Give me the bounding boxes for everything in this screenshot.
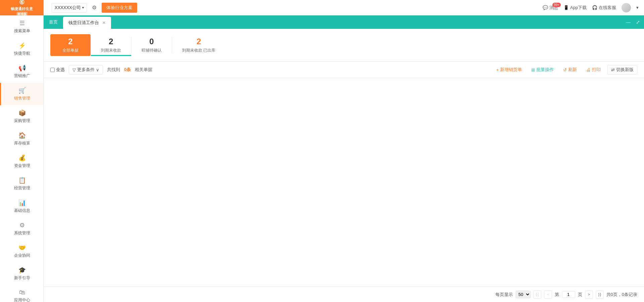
add-order-button[interactable]: + 新增销货单 bbox=[493, 65, 525, 74]
page-label: 第 bbox=[555, 292, 559, 298]
enterprise-icon: 🤝 bbox=[18, 244, 26, 251]
print-label: 打印 bbox=[592, 67, 601, 73]
stat-overdue[interactable]: 2 到期未收款 bbox=[91, 34, 131, 56]
tab-workbench-label: 钱货日清工作台 bbox=[68, 20, 99, 26]
sidebar-item-inventory[interactable]: 🏠 库存核算 bbox=[0, 128, 43, 150]
per-page-select[interactable]: 50 bbox=[516, 291, 531, 298]
select-all-checkbox[interactable] bbox=[50, 68, 55, 72]
sidebar-item-appcenter[interactable]: 🛍 应用中心 bbox=[0, 285, 43, 302]
found-prefix: 共找到 bbox=[107, 67, 120, 73]
stat-shipped-num: 2 bbox=[197, 37, 201, 46]
message-action[interactable]: 💬 消息 99+ bbox=[543, 5, 558, 11]
inventory-icon: 🏠 bbox=[18, 132, 26, 139]
stat-all[interactable]: 2 全部单据 bbox=[50, 34, 91, 56]
switch-version-button[interactable]: ⇄ 切换新版 bbox=[607, 65, 637, 74]
stat-wangfu[interactable]: 0 旺辅待确认 bbox=[131, 34, 172, 56]
sidebar-item-enterprise[interactable]: 🤝 企业协同 bbox=[0, 240, 43, 262]
tab-home[interactable]: 首页 bbox=[44, 15, 63, 29]
switch-icon: ⇄ bbox=[611, 67, 615, 72]
sidebar-item-quicknav[interactable]: ⚡ 快捷导航 bbox=[0, 38, 43, 60]
sidebar-item-basics[interactable]: 📊 基础信息 bbox=[0, 195, 43, 218]
toolbar-right: + 新增销货单 ⊞ 批量操作 ↺ 刷新 🖨 打印 bbox=[493, 65, 637, 74]
stat-all-label: 全部单据 bbox=[62, 48, 78, 53]
sidebar-item-label: 经营管理 bbox=[14, 185, 30, 191]
app-download-label: App下载 bbox=[570, 5, 587, 11]
user-name[interactable]: ▾ bbox=[636, 5, 639, 10]
avatar-image bbox=[622, 3, 631, 12]
logo-text: 畅捷通好生意 bbox=[11, 6, 33, 11]
sidebar-item-label: 新手引导 bbox=[14, 275, 30, 281]
print-button[interactable]: 🖨 打印 bbox=[584, 65, 603, 74]
per-page-label: 每页显示 bbox=[495, 292, 513, 298]
sidebar-item-label: 搜索菜单 bbox=[14, 28, 30, 34]
filter-button[interactable]: ▽ 更多条件 ∨ bbox=[69, 65, 103, 74]
operations-icon: 📋 bbox=[18, 177, 26, 184]
found-suffix: 相关单据 bbox=[135, 67, 152, 73]
stats-bar: 2 全部单据 2 到期未收款 0 旺辅待确认 2 到期未收款 已出库 bbox=[44, 29, 644, 62]
sidebar-item-label: 采购管理 bbox=[14, 118, 30, 124]
headset-icon: 🎧 bbox=[592, 5, 597, 10]
basics-icon: 📊 bbox=[18, 199, 26, 206]
company-selector[interactable]: XXXXXX公司 ▾ bbox=[52, 3, 87, 12]
stat-all-num: 2 bbox=[68, 37, 72, 46]
next-page-button[interactable]: ＞ bbox=[585, 291, 593, 299]
toolbar: 全选 ▽ 更多条件 ∨ 共找到 0条 相关单据 + 新增销货单 ⊞ bbox=[44, 62, 644, 78]
print-icon: 🖨 bbox=[586, 67, 591, 72]
pagination: 每页显示 50 ⟨⟨ ＜ 第 页 ＞ ⟩⟩ 共0页，0条记录 bbox=[44, 287, 644, 302]
page-input[interactable] bbox=[562, 291, 575, 298]
table-area bbox=[44, 78, 644, 287]
select-all-label[interactable]: 全选 bbox=[50, 67, 65, 73]
top-header: ⑥ 畅捷通好生意 标准版 XXXXXX公司 ▾ ⚙ 体验行业方案 💬 消息 99… bbox=[0, 0, 644, 15]
prev-page-button[interactable]: ＜ bbox=[544, 291, 552, 299]
header-left: ⑥ 畅捷通好生意 标准版 XXXXXX公司 ▾ ⚙ 体验行业方案 bbox=[0, 0, 137, 15]
online-service-label: 在线客服 bbox=[599, 5, 616, 11]
message-icon: 💬 bbox=[543, 5, 548, 10]
switch-label: 切换新版 bbox=[616, 67, 634, 73]
select-all-text: 全选 bbox=[56, 67, 65, 73]
filter-label: 更多条件 bbox=[77, 67, 95, 73]
main-layout: ☰ 搜索菜单 ⚡ 快捷导航 📢 营销推广 🛒 销售管理 📦 采购管理 🏠 库存核… bbox=[0, 15, 644, 302]
tab-expand-icon[interactable]: ⤢ bbox=[635, 18, 641, 26]
stat-overdue-label: 到期未收款 bbox=[101, 48, 121, 53]
message-badge: 99+ bbox=[552, 3, 561, 7]
sidebar-item-label: 基础信息 bbox=[14, 208, 30, 214]
logo-icon: ⑥ bbox=[19, 0, 24, 6]
filter-chevron-icon: ∨ bbox=[96, 67, 99, 72]
sidebar: ☰ 搜索菜单 ⚡ 快捷导航 📢 营销推广 🛒 销售管理 📦 采购管理 🏠 库存核… bbox=[0, 15, 44, 302]
batch-operation-button[interactable]: ⊞ 批量操作 bbox=[529, 65, 556, 74]
stat-wangfu-num: 0 bbox=[149, 37, 154, 46]
sidebar-item-label: 应用中心 bbox=[14, 297, 30, 302]
sidebar-item-marketing[interactable]: 📢 营销推广 bbox=[0, 60, 43, 83]
sidebar-item-purchase[interactable]: 📦 采购管理 bbox=[0, 105, 43, 128]
stat-shipped-label: 到期未收款 已出库 bbox=[182, 48, 215, 53]
last-page-button[interactable]: ⟩⟩ bbox=[596, 291, 604, 299]
total-label: 共0页，0条记录 bbox=[606, 292, 637, 298]
chevron-down-icon: ▾ bbox=[82, 6, 84, 9]
experience-button[interactable]: 体验行业方案 bbox=[102, 3, 137, 13]
tab-workbench[interactable]: 钱货日清工作台 ✕ bbox=[63, 17, 111, 29]
plus-icon: + bbox=[496, 67, 499, 72]
tab-controls: — ⤢ bbox=[625, 18, 644, 26]
appcenter-icon: 🛍 bbox=[19, 289, 25, 296]
online-service-action[interactable]: 🎧 在线客服 bbox=[592, 5, 616, 11]
refresh-button[interactable]: ↺ 刷新 bbox=[560, 65, 580, 74]
mobile-icon: 📱 bbox=[564, 5, 569, 10]
sidebar-item-search[interactable]: ☰ 搜索菜单 bbox=[0, 15, 43, 38]
first-page-button[interactable]: ⟨⟨ bbox=[533, 291, 541, 299]
avatar[interactable] bbox=[622, 3, 631, 12]
filter-icon: ▽ bbox=[72, 67, 76, 72]
tab-close-icon[interactable]: ✕ bbox=[102, 20, 106, 25]
settings-icon[interactable]: ⚙ bbox=[90, 3, 99, 12]
sidebar-item-sales[interactable]: 🛒 销售管理 bbox=[0, 83, 43, 105]
sidebar-item-system[interactable]: ⚙ 系统管理 bbox=[0, 218, 43, 240]
sidebar-item-finance[interactable]: 💰 资金管理 bbox=[0, 150, 43, 173]
system-icon: ⚙ bbox=[19, 222, 25, 229]
sidebar-item-newbie[interactable]: 🎓 新手引导 bbox=[0, 262, 43, 285]
batch-icon: ⊞ bbox=[531, 67, 535, 72]
sidebar-item-operations[interactable]: 📋 经营管理 bbox=[0, 173, 43, 195]
tab-minimize-icon[interactable]: — bbox=[625, 18, 632, 26]
batch-label: 批量操作 bbox=[536, 67, 554, 73]
sidebar-item-label: 企业协同 bbox=[14, 253, 30, 258]
stat-shipped[interactable]: 2 到期未收款 已出库 bbox=[172, 34, 225, 56]
app-download-action[interactable]: 📱 App下载 bbox=[564, 5, 587, 11]
